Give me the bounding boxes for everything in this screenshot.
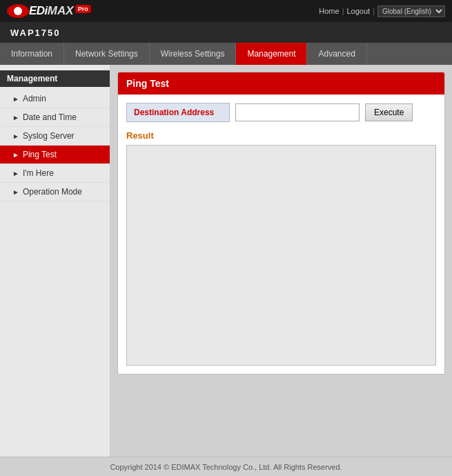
sidebar-arrow-date: ► (12, 114, 19, 121)
device-name: WAP1750 (10, 28, 61, 38)
sidebar-item-syslog[interactable]: ► Syslog Server (0, 127, 110, 146)
sidebar-arrow-im-here: ► (12, 170, 19, 177)
destination-label: Destination Address (126, 103, 230, 122)
sidebar-item-operation-mode[interactable]: ► Operation Mode (0, 183, 110, 201)
sidebar-label-op-mode: Operation Mode (23, 187, 82, 197)
sidebar-label-date: Date and Time (23, 112, 77, 122)
nav-item-wireless-settings[interactable]: Wireless Settings (150, 43, 237, 65)
sidebar-arrow-op-mode: ► (12, 188, 19, 196)
language-select[interactable]: Global (English) (377, 6, 445, 17)
sidebar-arrow-admin: ► (12, 95, 19, 103)
logo-text-max: MAX (48, 4, 74, 18)
destination-row: Destination Address Execute (126, 103, 436, 122)
destination-input[interactable] (235, 103, 360, 121)
logout-link[interactable]: Logout (346, 7, 370, 15)
content: Ping Test Destination Address Execute Re… (110, 65, 452, 457)
logo-circle-inner (14, 7, 22, 15)
nav-item-information[interactable]: Information (0, 43, 64, 65)
logo: EDiMAX Pro (7, 4, 91, 18)
logo-circle-icon (7, 4, 29, 18)
nav-item-management[interactable]: Management (236, 43, 307, 65)
nav-item-advanced[interactable]: Advanced (307, 43, 366, 65)
separator-2: | (373, 7, 375, 15)
sidebar-item-ping-test[interactable]: ► Ping Test (0, 146, 110, 164)
sidebar-item-im-here[interactable]: ► I'm Here (0, 164, 110, 183)
sidebar: Management ► Admin ► Date and Time ► Sys… (0, 65, 110, 457)
header: EDiMAX Pro Home | Logout | Global (Engli… (0, 0, 452, 22)
result-label: Result (126, 130, 436, 141)
separator-1: | (342, 7, 344, 15)
sidebar-title: Management (0, 70, 110, 87)
sidebar-label-ping: Ping Test (23, 150, 57, 159)
sidebar-arrow-syslog: ► (12, 132, 19, 140)
card-body: Destination Address Execute Result (118, 95, 444, 374)
sidebar-arrow-ping: ► (12, 151, 19, 159)
footer-text: Copyright 2014 © EDIMAX Technology Co., … (110, 463, 342, 471)
sidebar-item-admin[interactable]: ► Admin (0, 90, 110, 108)
home-link[interactable]: Home (319, 7, 339, 15)
sidebar-label-syslog: Syslog Server (23, 131, 75, 141)
sidebar-item-date-time[interactable]: ► Date and Time (0, 108, 110, 127)
sidebar-label-admin: Admin (23, 94, 46, 103)
header-links: Home | Logout | Global (English) (319, 6, 445, 17)
device-bar: WAP1750 (0, 22, 452, 43)
card-header: Ping Test (118, 72, 444, 95)
footer: Copyright 2014 © EDIMAX Technology Co., … (0, 457, 452, 476)
logo-pro-badge: Pro (75, 5, 91, 13)
result-box (126, 145, 436, 366)
main: Management ► Admin ► Date and Time ► Sys… (0, 65, 452, 457)
nav-item-network-settings[interactable]: Network Settings (64, 43, 150, 65)
execute-button[interactable]: Execute (365, 103, 413, 121)
ping-test-card: Ping Test Destination Address Execute Re… (117, 72, 445, 375)
sidebar-label-im-here: I'm Here (23, 168, 54, 178)
logo-text-edi: EDi (29, 4, 48, 18)
nav-bar: Information Network Settings Wireless Se… (0, 43, 452, 65)
